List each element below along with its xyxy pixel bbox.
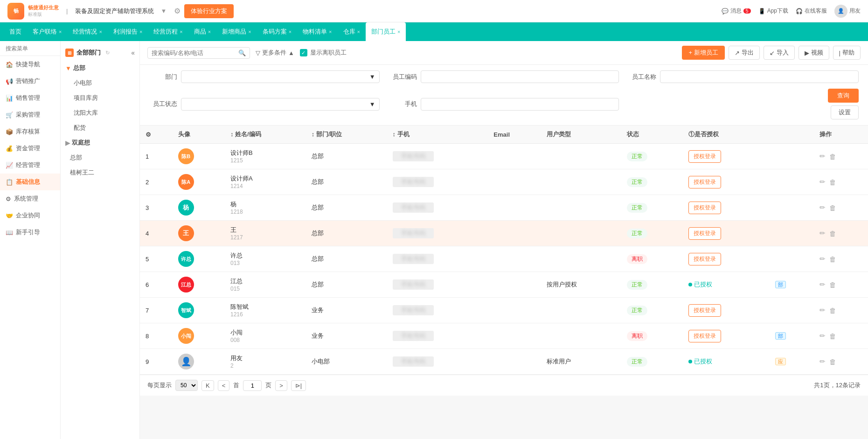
auth-login-btn[interactable]: 授权登录 bbox=[688, 253, 721, 265]
sidebar-item-shortcuts[interactable]: 🏠快捷导航 bbox=[0, 56, 60, 73]
dept-collapse-btn[interactable]: « bbox=[131, 49, 135, 56]
auth-login-btn[interactable]: 授权登录 bbox=[688, 150, 721, 163]
dept-select[interactable]: ▼ bbox=[181, 70, 380, 83]
nav-close-barcode[interactable]: × bbox=[289, 29, 292, 35]
auth-login-btn[interactable]: 授权登录 bbox=[688, 227, 721, 240]
phone-input[interactable] bbox=[421, 98, 619, 111]
nav-close-bom[interactable]: × bbox=[329, 29, 332, 35]
employee-name-input[interactable] bbox=[660, 70, 859, 83]
nav-close-goods[interactable]: × bbox=[208, 29, 211, 35]
delete-btn[interactable]: 🗑 bbox=[829, 332, 836, 340]
sidebar-item-basic[interactable]: 📋基础信息 bbox=[0, 174, 60, 190]
nav-close-business[interactable]: × bbox=[99, 29, 102, 35]
nav-item-dept[interactable]: 部门员工 × bbox=[366, 22, 406, 41]
edit-btn[interactable]: ✏ bbox=[819, 306, 826, 314]
dept-tree-item-project[interactable]: 项目库房 bbox=[61, 91, 139, 105]
nav-item-history[interactable]: 经营历程 × bbox=[148, 22, 188, 41]
dept-tree-item-xiaodian[interactable]: 小电部 bbox=[61, 76, 139, 91]
import-btn[interactable]: ↙ 导入 bbox=[764, 46, 795, 60]
dept-tree-item-peihuo[interactable]: 配货 bbox=[61, 120, 139, 135]
sidebar-item-marketing[interactable]: 📢营销推广 bbox=[0, 73, 60, 90]
employee-search-input[interactable] bbox=[152, 49, 236, 56]
sidebar-item-system[interactable]: ⚙系统管理 bbox=[0, 190, 60, 207]
sidebar-item-operation[interactable]: 📈经营管理 bbox=[0, 157, 60, 174]
message-btn[interactable]: 💬 消息 5 bbox=[722, 7, 751, 15]
delete-btn[interactable]: 🗑 bbox=[829, 153, 836, 160]
sidebar-item-inventory[interactable]: 📦库存核算 bbox=[0, 123, 60, 140]
col-name[interactable]: ↕ 姓名/编码 bbox=[225, 125, 306, 144]
user-btn[interactable]: 👤 用友 bbox=[834, 5, 861, 18]
page-number-input[interactable] bbox=[243, 380, 262, 391]
nav-close-add-goods[interactable]: × bbox=[248, 29, 251, 35]
nav-item-profit[interactable]: 利润报告 × bbox=[108, 22, 148, 41]
trial-button[interactable]: 体验行业方案 bbox=[184, 4, 234, 18]
add-employee-btn[interactable]: + 新增员工 bbox=[682, 46, 724, 60]
status-select[interactable]: ▼ bbox=[181, 98, 380, 111]
nav-item-customer[interactable]: 客户联络 × bbox=[27, 22, 67, 41]
nav-close-customer[interactable]: × bbox=[59, 29, 62, 35]
delete-btn[interactable]: 🗑 bbox=[829, 307, 836, 314]
delete-btn[interactable]: 🗑 bbox=[829, 358, 836, 366]
refresh-icon[interactable]: ↻ bbox=[105, 50, 110, 56]
dept-tree-item-zongbu2[interactable]: 总部 bbox=[61, 150, 139, 165]
dept-tree-item-zhishu[interactable]: 植树王二 bbox=[61, 165, 139, 180]
delete-btn[interactable]: 🗑 bbox=[829, 255, 836, 263]
last-page-btn[interactable]: ⊳| bbox=[291, 380, 306, 391]
nav-close-dept[interactable]: × bbox=[397, 29, 400, 35]
online-service-btn[interactable]: 🎧 在线客服 bbox=[796, 7, 827, 15]
nav-close-profit[interactable]: × bbox=[139, 29, 142, 35]
edit-btn[interactable]: ✏ bbox=[819, 152, 826, 160]
col-settings[interactable]: ⚙ bbox=[140, 125, 173, 144]
sidebar-item-purchase[interactable]: 🛒采购管理 bbox=[0, 106, 60, 123]
nav-item-bom[interactable]: 物料清单 × bbox=[297, 22, 337, 41]
nav-item-barcode[interactable]: 条码方案 × bbox=[257, 22, 297, 41]
sidebar-item-sales[interactable]: 📊销售管理 bbox=[0, 90, 60, 106]
col-dept[interactable]: ↕ 部门/职位 bbox=[306, 125, 387, 144]
sidebar-item-guide[interactable]: 📖新手引导 bbox=[0, 224, 60, 241]
edit-btn[interactable]: ✏ bbox=[819, 332, 826, 340]
resigned-checkbox[interactable]: ✓ bbox=[300, 49, 307, 56]
edit-btn[interactable]: ✏ bbox=[819, 229, 826, 237]
auth-login-btn[interactable]: 授权登录 bbox=[688, 330, 721, 342]
prev-page-btn[interactable]: < bbox=[218, 380, 230, 391]
dept-tree-item-shuangting[interactable]: ▶ 双庭想 bbox=[61, 135, 139, 150]
page-size-select[interactable]: 50 bbox=[175, 380, 198, 391]
edit-btn[interactable]: ✏ bbox=[819, 178, 826, 186]
auth-login-btn[interactable]: 授权登录 bbox=[688, 202, 721, 214]
nav-item-add-goods[interactable]: 新增商品 × bbox=[216, 22, 257, 41]
edit-btn[interactable]: ✏ bbox=[819, 255, 826, 263]
settings-icon[interactable]: ⚙ bbox=[174, 7, 181, 15]
auth-login-btn[interactable]: 授权登录 bbox=[688, 176, 721, 188]
delete-btn[interactable]: 🗑 bbox=[829, 178, 836, 186]
next-page-btn[interactable]: > bbox=[275, 380, 287, 391]
auth-login-btn[interactable]: 授权登录 bbox=[688, 304, 721, 317]
first-page-btn[interactable]: K bbox=[201, 380, 214, 391]
dept-tree-item-shenyang[interactable]: 沈阳大库 bbox=[61, 105, 139, 120]
help-btn[interactable]: | 帮助 bbox=[833, 46, 861, 60]
nav-item-home[interactable]: 首页 bbox=[4, 22, 27, 41]
edit-btn[interactable]: ✏ bbox=[819, 203, 826, 212]
delete-btn[interactable]: 🗑 bbox=[829, 281, 836, 289]
edit-btn[interactable]: ✏ bbox=[819, 280, 826, 289]
nav-item-warehouse[interactable]: 仓库 × bbox=[338, 22, 366, 41]
more-filter-btn[interactable]: ▽ 更多条件 ▲ bbox=[256, 49, 294, 57]
query-btn[interactable]: 查询 bbox=[828, 89, 859, 103]
nav-item-goods[interactable]: 商品 × bbox=[188, 22, 216, 41]
nav-close-history[interactable]: × bbox=[180, 29, 182, 35]
sidebar-item-collab[interactable]: 🤝企业协同 bbox=[0, 207, 60, 224]
sidebar-item-finance[interactable]: 💰资金管理 bbox=[0, 140, 60, 157]
delete-btn[interactable]: 🗑 bbox=[829, 230, 836, 237]
dept-tree-item-zongbu-expand[interactable]: ▼ 总部 bbox=[61, 61, 139, 76]
nav-close-warehouse[interactable]: × bbox=[357, 29, 360, 35]
delete-btn[interactable]: 🗑 bbox=[829, 204, 836, 212]
employee-code-input[interactable] bbox=[421, 70, 619, 83]
export-btn[interactable]: ↗ 导出 bbox=[729, 46, 760, 60]
view-btn[interactable]: ▶ 视频 bbox=[799, 46, 829, 60]
reset-btn[interactable]: 设置 bbox=[831, 105, 859, 119]
edit-btn[interactable]: ✏ bbox=[819, 357, 826, 366]
nav-item-business[interactable]: 经营情况 × bbox=[67, 22, 107, 41]
show-resigned-toggle[interactable]: ✓ 显示离职员工 bbox=[300, 49, 347, 57]
app-download-btn[interactable]: 📱 App下载 bbox=[758, 7, 788, 15]
col-phone[interactable]: ↕ 手机 bbox=[387, 125, 488, 144]
dropdown-arrow-icon[interactable]: ▼ bbox=[160, 7, 167, 14]
